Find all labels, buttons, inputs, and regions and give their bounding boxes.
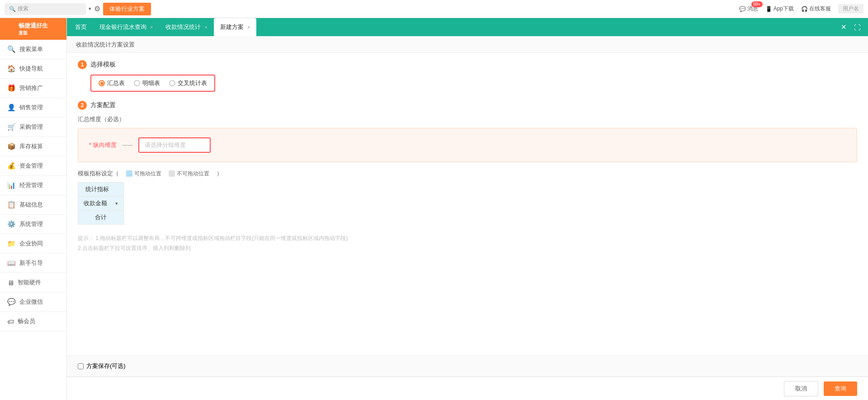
tips-area: 提示： 1.拖动标题栏可以调整布局，不可跨维度或指标区域拖动栏目字段(只能在同一…: [78, 234, 857, 253]
sidebar-item-marketing[interactable]: 🎁 营销推广: [0, 79, 66, 98]
sidebar-item-finance[interactable]: 💰 资金管理: [0, 156, 66, 176]
sidebar-item-inventory[interactable]: 📦 库存核算: [0, 137, 66, 156]
finance-icon: 💰: [7, 162, 16, 170]
radio-summary-circle: [99, 80, 105, 86]
sidebar-label-marketing: 营销推广: [19, 84, 43, 92]
tab-bank-label: 现金银行流水查询: [99, 23, 146, 31]
sidebar-label-system: 系统管理: [19, 220, 43, 228]
template-selection-box: 汇总表 明细表 交叉统计表: [90, 75, 215, 92]
sidebar-label-basics: 基础信息: [19, 201, 43, 209]
tab-bar: 首页 现金银行流水查询 × 收款情况统计 × 新建方案 × ✕ ⛶: [67, 18, 868, 36]
stats-header: 统计指标: [78, 183, 123, 197]
logo-subtext: 意版: [19, 30, 48, 36]
tab-receipts-close[interactable]: ×: [204, 24, 207, 30]
sales-icon: 👤: [7, 104, 16, 112]
page-content: 收款情况统计方案设置 1 选择模板 汇总表: [67, 36, 868, 376]
radio-summary[interactable]: 汇总表: [99, 79, 125, 87]
cancel-button[interactable]: 取消: [784, 381, 818, 396]
fixed-legend: 不可拖动位置: [169, 170, 209, 178]
sidebar-item-collab[interactable]: 📁 企业协同: [0, 234, 66, 254]
save-option: 方案保存(可选): [67, 355, 868, 376]
tab-new-plan-close[interactable]: ×: [247, 24, 250, 30]
sidebar-item-search[interactable]: 🔍 搜索菜单: [0, 40, 66, 59]
metrics-config: 模板指标设定（ 可拖动位置 不可拖动位置 ）: [78, 169, 857, 225]
step2-number: 2: [78, 101, 87, 110]
radio-detail-circle: [134, 80, 140, 86]
metrics-title-end: ）: [217, 169, 222, 178]
inventory-icon: 📦: [7, 142, 16, 151]
trial-button[interactable]: 体验行业方案: [103, 3, 151, 15]
step1-title: 选择模板: [90, 61, 116, 69]
sidebar-label-collab: 企业协同: [19, 240, 43, 248]
search-icon: 🔍: [9, 6, 16, 12]
tab-home[interactable]: 首页: [69, 18, 93, 36]
tab-receipts-label: 收款情况统计: [165, 23, 201, 31]
fixed-label: 不可拖动位置: [177, 170, 209, 178]
tab-new-plan[interactable]: 新建方案 ×: [214, 18, 256, 36]
sidebar-item-sales[interactable]: 👤 销售管理: [0, 98, 66, 118]
sidebar-item-hardware[interactable]: 🖥 智能硬件: [0, 273, 66, 292]
sidebar-logo: 畅捷通好生 意版: [0, 18, 66, 40]
sidebar-item-member[interactable]: 🏷 畅会员: [0, 312, 66, 331]
member-icon: 🏷: [7, 318, 14, 325]
hardware-icon: 🖥: [7, 279, 14, 287]
config-section: 汇总维度（必选） * 纵向维度 —— 请选择分组维度: [78, 115, 857, 253]
step2-label: 2 方案配置: [78, 101, 857, 110]
top-bar-left: 🔍 搜索 ▾ ⚙ 体验行业方案: [5, 3, 735, 15]
download-button[interactable]: 📱 App下载: [765, 5, 794, 13]
sidebar-label-operations: 经营管理: [19, 181, 43, 189]
tab-bank-close[interactable]: ×: [150, 24, 153, 30]
chat-button[interactable]: 🎧 在线客服: [801, 5, 831, 13]
save-checkbox-label: 方案保存(可选): [86, 362, 126, 370]
chat-icon: 🎧: [801, 6, 808, 12]
dimension-select[interactable]: 请选择分组维度: [138, 137, 211, 153]
amount-label: 收款金额: [84, 199, 107, 207]
sidebar-label-finance: 资金管理: [19, 162, 43, 170]
home-icon: 🏠: [7, 65, 16, 73]
close-window-icon[interactable]: ✕: [839, 21, 849, 33]
tab-home-label: 首页: [75, 23, 87, 31]
sidebar-label-nav: 快捷导航: [19, 65, 43, 73]
tab-receipts[interactable]: 收款情况统计 ×: [159, 18, 213, 36]
top-search-box[interactable]: 🔍 搜索: [5, 3, 86, 15]
sidebar-label-member: 畅会员: [18, 317, 35, 325]
maximize-icon[interactable]: ⛶: [852, 22, 863, 33]
sidebar-item-operations[interactable]: 📊 经营管理: [0, 176, 66, 195]
radio-summary-label: 汇总表: [107, 79, 125, 87]
sidebar-label-wechat: 企业微信: [19, 298, 43, 306]
sidebar-item-guide[interactable]: 📖 新手引导: [0, 254, 66, 273]
message-button[interactable]: 💬 消息 99+: [739, 5, 758, 13]
radio-detail-label: 明细表: [142, 79, 160, 87]
save-checkbox[interactable]: [78, 363, 84, 369]
sidebar-item-system[interactable]: ⚙️ 系统管理: [0, 215, 66, 234]
arrow-icon: ——: [122, 142, 133, 148]
step1-section: 1 选择模板 汇总表 明细表: [78, 60, 857, 92]
amount-chevron-icon: ▾: [115, 201, 118, 207]
amount-cell[interactable]: 收款金额 ▾: [78, 197, 123, 211]
sidebar-label-guide: 新手引导: [19, 259, 43, 267]
movable-box: [126, 170, 132, 177]
dimension-area: * 纵向维度 —— 请选择分组维度: [78, 128, 857, 162]
radio-detail[interactable]: 明细表: [134, 79, 160, 87]
gear-icon[interactable]: ⚙: [94, 5, 100, 13]
sidebar-item-wechat[interactable]: 💬 企业微信: [0, 292, 66, 312]
radio-cross[interactable]: 交叉统计表: [169, 79, 207, 87]
query-button[interactable]: 查询: [824, 381, 857, 396]
bottom-bar: 取消 查询: [67, 376, 868, 400]
movable-legend: 可拖动位置: [126, 170, 161, 178]
movable-label: 可拖动位置: [134, 170, 161, 178]
chevron-down-icon[interactable]: ▾: [89, 6, 91, 12]
sidebar-item-nav[interactable]: 🏠 快捷导航: [0, 59, 66, 79]
operations-icon: 📊: [7, 181, 16, 189]
sidebar-item-basics[interactable]: 📋 基础信息: [0, 195, 66, 215]
sidebar-item-purchase[interactable]: 🛒 采购管理: [0, 118, 66, 137]
tab-bank[interactable]: 现金银行流水查询 ×: [93, 18, 159, 36]
search-placeholder-text: 搜索: [18, 5, 28, 13]
breadcrumb: 收款情况统计方案设置: [67, 36, 868, 53]
metrics-table: 统计指标 收款金额 ▾ 合计: [78, 182, 124, 225]
tip-line-2: 2.点击标题栏下拉可设置排序、插入列和删除列: [78, 244, 857, 254]
main-content: 首页 现金银行流水查询 × 收款情况统计 × 新建方案 × ✕ ⛶ 收款情况统计…: [67, 18, 868, 400]
user-info[interactable]: 用户名: [838, 4, 863, 14]
download-icon: 📱: [765, 6, 772, 12]
dimension-row: * 纵向维度 —— 请选择分组维度: [89, 137, 846, 153]
